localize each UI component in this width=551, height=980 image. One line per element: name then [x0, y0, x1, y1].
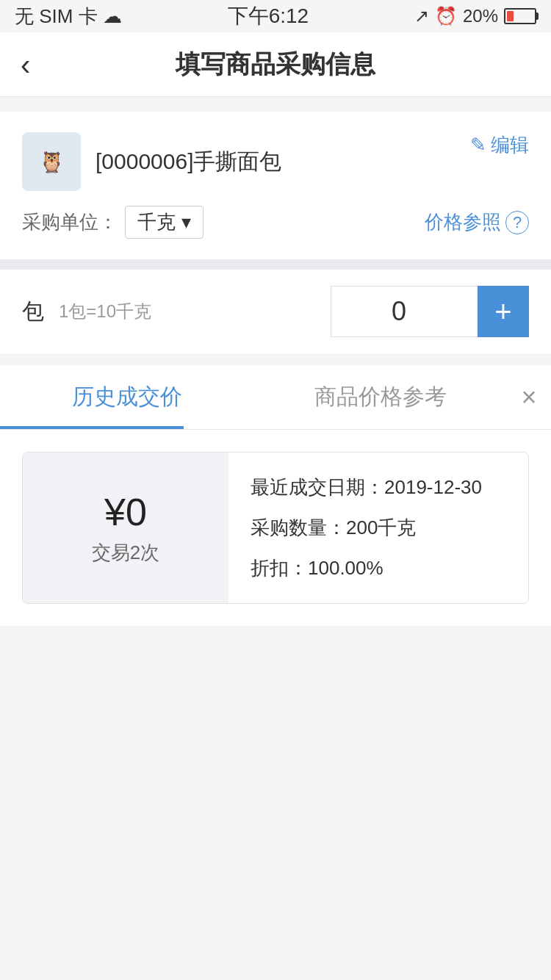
status-left: 无 SIM 卡 ☁: [15, 4, 122, 29]
product-name: [0000006]手撕面包: [96, 147, 281, 177]
transaction-card: ¥0 交易2次 最近成交日期：2019-12-30 采购数量：200千克 折扣：…: [22, 452, 529, 604]
back-button[interactable]: ‹: [21, 50, 30, 79]
product-logo: 🦉: [22, 132, 81, 191]
tab-underline: [0, 426, 184, 429]
price-ref-button[interactable]: 价格参照 ?: [425, 209, 529, 235]
nav-bar: ‹ 填写商品采购信息: [0, 32, 551, 97]
unit-area: 采购单位： 千克 ▾: [22, 206, 204, 239]
edit-icon: ✎: [470, 134, 486, 156]
status-time: 下午6:12: [228, 2, 309, 30]
unit-value: 千克: [137, 209, 176, 235]
product-left: 🦉 [0000006]手撕面包: [22, 132, 281, 191]
tab-history-price[interactable]: 历史成交价: [0, 365, 253, 429]
discount-value: 100.00%: [308, 557, 383, 579]
discount-label: 折扣：: [251, 557, 308, 579]
product-unit-row: 采购单位： 千克 ▾ 价格参照 ?: [22, 206, 529, 239]
unit-selector[interactable]: 千克 ▾: [125, 206, 204, 239]
alarm-icon: ⏰: [435, 6, 457, 26]
battery-fill: [507, 11, 514, 21]
transaction-price: ¥0: [104, 490, 147, 534]
recent-date-row: 最近成交日期：2019-12-30: [251, 473, 506, 502]
recent-date-label: 最近成交日期：: [251, 476, 384, 498]
bottom-panel: 历史成交价 商品价格参考 × ¥0 交易2次 最近成交日期：2019-12-30…: [0, 365, 551, 626]
edit-label: 编辑: [491, 132, 529, 158]
status-bar: 无 SIM 卡 ☁ 下午6:12 ↗ ⏰ 20%: [0, 0, 551, 32]
quantity-row-detail: 采购数量：200千克: [251, 514, 506, 542]
logo-symbol: 🦉: [39, 150, 65, 174]
transaction-count: 交易2次: [92, 540, 159, 566]
no-sim-label: 无 SIM 卡 ☁: [15, 4, 122, 29]
status-right: ↗ ⏰ 20%: [414, 6, 536, 26]
location-icon: ↗: [414, 6, 429, 26]
package-unit-icon: 包: [22, 297, 44, 327]
unit-label: 采购单位：: [22, 209, 118, 235]
product-header: 🦉 [0000006]手撕面包 ✎ 编辑: [22, 132, 529, 191]
transaction-section: ¥0 交易2次 最近成交日期：2019-12-30 采购数量：200千克 折扣：…: [0, 430, 551, 626]
tab-close-button[interactable]: ×: [507, 365, 551, 430]
price-ref-icon: ?: [505, 211, 529, 234]
discount-row: 折扣：100.00%: [251, 554, 506, 583]
quantity-input[interactable]: [331, 286, 478, 337]
recent-date-value: 2019-12-30: [384, 476, 482, 498]
unit-arrow: ▾: [181, 211, 191, 234]
battery-pct: 20%: [463, 6, 498, 26]
product-card: 🦉 [0000006]手撕面包 ✎ 编辑 采购单位： 千克 ▾ 价格参照 ?: [0, 112, 551, 259]
unit-equiv-label: 1包=10千克: [59, 300, 151, 323]
tab-row: 历史成交价 商品价格参考 ×: [0, 365, 551, 430]
quantity-row: 包 1包=10千克 +: [0, 270, 551, 353]
section-divider: [0, 259, 551, 270]
transaction-left: ¥0 交易2次: [23, 453, 228, 603]
transaction-right: 最近成交日期：2019-12-30 采购数量：200千克 折扣：100.00%: [228, 453, 528, 603]
edit-button[interactable]: ✎ 编辑: [470, 132, 529, 158]
quantity-label: 采购数量：: [251, 516, 346, 538]
quantity-plus-button[interactable]: +: [478, 286, 529, 337]
page-title: 填写商品采购信息: [176, 48, 375, 82]
quantity-control: +: [331, 286, 529, 337]
tab-product-price[interactable]: 商品价格参考: [253, 365, 507, 429]
battery-icon: [504, 8, 536, 24]
quantity-value-detail: 200千克: [346, 516, 416, 538]
price-ref-label: 价格参照: [425, 209, 501, 235]
main-content: [0, 626, 551, 980]
